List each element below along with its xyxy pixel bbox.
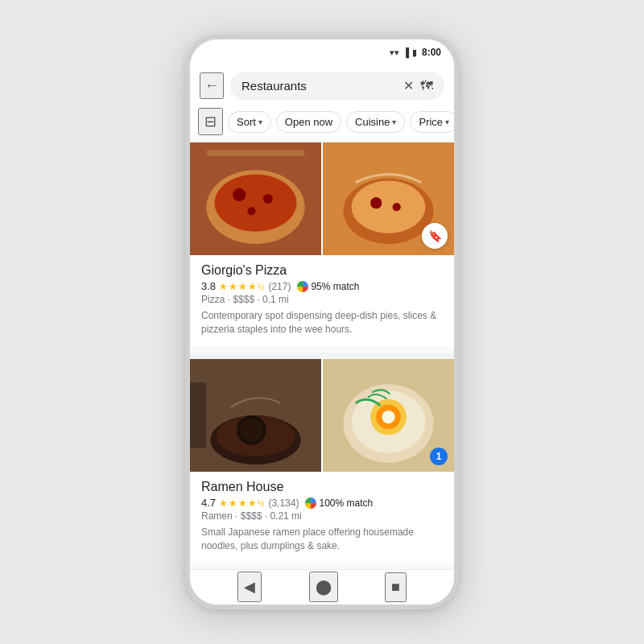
open-now-chip-label: Open now (285, 116, 332, 128)
price-chip-arrow: ▾ (445, 118, 449, 126)
giorgios-rating-num: 3.8 (201, 280, 216, 292)
giorgios-match-percent: 95% match (311, 281, 359, 292)
cuisine-chip-arrow: ▾ (392, 118, 396, 126)
nav-home-button[interactable]: ⬤ (309, 572, 338, 602)
ramen-stars: ★★★★½ (219, 497, 265, 509)
ramen-meta: Ramen · $$$$ · 0.21 mi (201, 510, 443, 522)
map-toggle-icon[interactable]: 🗺 (420, 79, 433, 93)
status-bar-right: ▾▾ ▐ ▮ 8:00 (390, 47, 441, 58)
sort-chip-label: Sort (237, 116, 256, 128)
ramen-cuisine: Ramen (201, 510, 233, 522)
giorgios-images: 🔖 (190, 142, 454, 255)
giorgios-price: $$$$ (233, 294, 254, 305)
nav-recents-button[interactable]: ■ (385, 572, 407, 602)
status-bar: ▾▾ ▐ ▮ 8:00 (190, 39, 454, 65)
card-divider (190, 353, 454, 359)
search-action-icons: ✕ 🗺 (403, 78, 433, 93)
battery-icon: ▮ (412, 47, 417, 58)
ramen-match-percent: 100% match (319, 497, 373, 509)
signal-icon: ▐ (402, 47, 409, 57)
ramen-rating-row: 4.7 ★★★★½ (3,134) 100% match (201, 497, 443, 509)
ramen-images: 1 (190, 359, 454, 472)
phone-frame: ▾▾ ▐ ▮ 8:00 ← Restaurants ✕ 🗺 ⊟ Sort ▾ O… (185, 35, 459, 609)
ramen-image-left (190, 359, 321, 472)
back-button[interactable]: ← (200, 72, 224, 99)
ramen-price: $$$$ (241, 510, 262, 522)
nav-back-button[interactable]: ◀ (237, 572, 262, 602)
filter-options-icon[interactable]: ⊟ (198, 108, 223, 135)
giorgios-distance: 0.1 mi (262, 294, 289, 305)
status-time: 8:00 (422, 47, 441, 58)
cuisine-chip[interactable]: Cuisine ▾ (346, 111, 405, 133)
giorgios-cuisine: Pizza (201, 294, 225, 305)
search-input-box[interactable]: Restaurants ✕ 🗺 (230, 72, 444, 100)
ramen-match-badge: 100% match (305, 497, 373, 509)
cuisine-chip-label: Cuisine (355, 116, 390, 128)
giorgios-match-badge: 95% match (297, 281, 359, 292)
giorgios-meta: Pizza · $$$$ · 0.1 mi (201, 294, 443, 305)
nav-bar: ◀ ⬤ ■ (190, 569, 454, 605)
giorgios-info: Giorgio's Pizza 3.8 ★★★★½ (217) 95% matc… (190, 255, 454, 346)
giorgios-name: Giorgio's Pizza (201, 263, 443, 278)
ramen-match-icon (305, 497, 316, 509)
giorgios-stars: ★★★★½ (219, 281, 265, 292)
save-bookmark-icon: 🔖 (428, 229, 442, 242)
ramen-distance: 0.21 mi (270, 510, 301, 522)
clear-search-icon[interactable]: ✕ (403, 78, 414, 93)
ramen-rating-num: 4.7 (201, 497, 216, 509)
restaurant-card-ramen[interactable]: 1 Ramen House 4.7 ★★★★½ (3,134) 100% mat… (190, 359, 454, 563)
ramen-review-count: (3,134) (268, 497, 299, 509)
sort-chip[interactable]: Sort ▾ (228, 111, 271, 133)
giorgios-match-icon (297, 281, 308, 292)
ramen-badge-count: 1 (436, 451, 442, 462)
giorgios-image-left (190, 142, 321, 255)
search-bar: ← Restaurants ✕ 🗺 (190, 65, 454, 105)
search-query-text: Restaurants (242, 79, 307, 93)
giorgios-rating-row: 3.8 ★★★★½ (217) 95% match (201, 280, 443, 292)
ramen-dot: · (235, 510, 241, 522)
open-now-chip[interactable]: Open now (276, 111, 341, 133)
giorgios-review-count: (217) (268, 281, 291, 292)
giorgios-description: Contemporary spot dispensing deep-dish p… (201, 309, 443, 336)
results-list: 🔖 Giorgio's Pizza 3.8 ★★★★½ (217) 95% ma… (190, 142, 454, 568)
ramen-description: Small Japanese ramen place offering hous… (201, 526, 443, 553)
ramen-badge: 1 (430, 448, 448, 465)
ramen-name: Ramen House (201, 480, 443, 494)
price-chip[interactable]: Price ▾ (410, 111, 454, 133)
wifi-icon: ▾▾ (390, 47, 399, 58)
ramen-info: Ramen House 4.7 ★★★★½ (3,134) 100% match… (190, 472, 454, 563)
filter-row: ⊟ Sort ▾ Open now Cuisine ▾ Price ▾ (190, 105, 454, 142)
sort-chip-arrow: ▾ (258, 118, 262, 126)
price-chip-label: Price (419, 116, 443, 128)
restaurant-card-giorgios[interactable]: 🔖 Giorgio's Pizza 3.8 ★★★★½ (217) 95% ma… (190, 142, 454, 346)
